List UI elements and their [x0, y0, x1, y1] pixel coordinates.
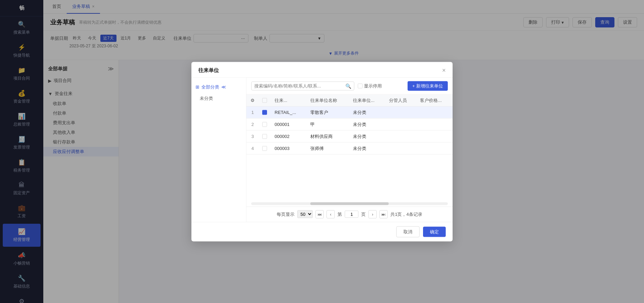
row-manager	[386, 142, 417, 154]
row-category: 未分类	[349, 106, 386, 118]
table-row[interactable]: 3 000002 材料供应商 未分类	[246, 130, 453, 142]
page-word: 页	[361, 211, 366, 217]
modal-header: 往来单位 ×	[191, 62, 453, 78]
pagination-bar: 每页显示 50 ⏮ ‹ 第 页 › ⏭ 共1页，4条记录	[246, 206, 453, 222]
cancel-button[interactable]: 取消	[396, 226, 420, 237]
row-num: 3	[246, 130, 259, 142]
row-num: 4	[246, 142, 259, 154]
all-categories-label: 全部分类	[201, 84, 219, 90]
row-name: 材料供应商	[307, 130, 349, 142]
row-manager	[386, 118, 417, 130]
col-manager: 分管人员	[386, 94, 417, 106]
row-price	[417, 118, 453, 130]
row-category: 未分类	[349, 130, 386, 142]
page-number-input[interactable]	[345, 211, 358, 218]
col-name: 往来单位名称	[307, 94, 349, 106]
modal-toolbar: 🔍 显示停用 + 新增往来单位	[246, 78, 453, 94]
last-page-button[interactable]: ⏭	[379, 210, 388, 218]
row-code: 000003	[271, 142, 307, 154]
page-num-label: 第	[337, 211, 342, 217]
table-row[interactable]: 1 RETAIL_... 零散客户 未分类	[246, 106, 453, 118]
horizontal-scrollbar[interactable]	[251, 202, 448, 205]
row-manager	[386, 106, 417, 118]
row-checkbox[interactable]	[259, 130, 271, 142]
table-row[interactable]: 4 000003 张师傅 未分类	[246, 142, 453, 154]
row-category: 未分类	[349, 142, 386, 154]
first-page-button[interactable]: ⏮	[315, 210, 324, 218]
partner-search-box[interactable]: 🔍	[251, 81, 354, 90]
row-num: 1	[246, 106, 259, 118]
confirm-button[interactable]: 确定	[423, 226, 446, 237]
modal-categories: ⊞ 全部分类 ≪ 未分类	[191, 78, 246, 222]
table-row[interactable]: 2 000001 甲 未分类	[246, 118, 453, 130]
col-code: 往来...	[271, 94, 307, 106]
category-arrow-icon: ≪	[221, 84, 226, 90]
row-name: 张师傅	[307, 142, 349, 154]
partner-table: ⚙ 往来... 往来单位名称 往来单位... 分管人员 客户价格... 1	[246, 94, 453, 201]
next-page-button[interactable]: ›	[368, 210, 377, 218]
per-page-select[interactable]: 50	[297, 210, 313, 218]
col-category: 往来单位...	[349, 94, 386, 106]
modal-close-button[interactable]: ×	[442, 67, 446, 74]
row-name: 零散客户	[307, 106, 349, 118]
modal-footer: 取消 确定	[191, 222, 453, 241]
row-checkbox[interactable]	[259, 142, 271, 154]
modal-right: 🔍 显示停用 + 新增往来单位 ⚙ 往来... 往来单位名称	[246, 78, 453, 222]
prev-page-button[interactable]: ‹	[326, 210, 335, 218]
total-records: 共1页，4条记录	[390, 211, 422, 217]
row-checkbox[interactable]	[259, 118, 271, 130]
partner-modal: 往来单位 × ⊞ 全部分类 ≪ 未分类 🔍 显示停用	[191, 62, 453, 241]
col-settings: ⚙	[246, 94, 259, 106]
add-partner-button[interactable]: + 新增往来单位	[408, 81, 448, 91]
row-num: 2	[246, 118, 259, 130]
row-code: RETAIL_...	[271, 106, 307, 118]
row-price	[417, 130, 453, 142]
row-price	[417, 142, 453, 154]
row-name: 甲	[307, 118, 349, 130]
grid-icon: ⊞	[196, 84, 199, 90]
per-page-label: 每页显示	[277, 211, 295, 217]
show-disabled-checkbox[interactable]	[358, 83, 363, 88]
row-checkbox[interactable]	[259, 106, 271, 118]
row-manager	[386, 130, 417, 142]
partner-data-table: ⚙ 往来... 往来单位名称 往来单位... 分管人员 客户价格... 1	[246, 94, 453, 154]
modal-category-unclassified[interactable]: 未分类	[191, 93, 246, 104]
show-disabled-toggle[interactable]: 显示停用	[358, 83, 382, 89]
search-icon: 🔍	[345, 83, 351, 89]
col-price: 客户价格...	[417, 94, 453, 106]
scrollbar-thumb[interactable]	[310, 202, 389, 205]
row-price	[417, 106, 453, 118]
row-category: 未分类	[349, 118, 386, 130]
row-code: 000001	[271, 118, 307, 130]
modal-all-categories[interactable]: ⊞ 全部分类 ≪	[191, 81, 246, 93]
show-disabled-label: 显示停用	[364, 83, 382, 89]
partner-search-input[interactable]	[254, 83, 344, 89]
modal-title: 往来单位	[198, 67, 219, 73]
modal-body: ⊞ 全部分类 ≪ 未分类 🔍 显示停用 + 新增往来单位	[191, 78, 453, 222]
col-checkbox	[259, 94, 271, 106]
row-code: 000002	[271, 130, 307, 142]
